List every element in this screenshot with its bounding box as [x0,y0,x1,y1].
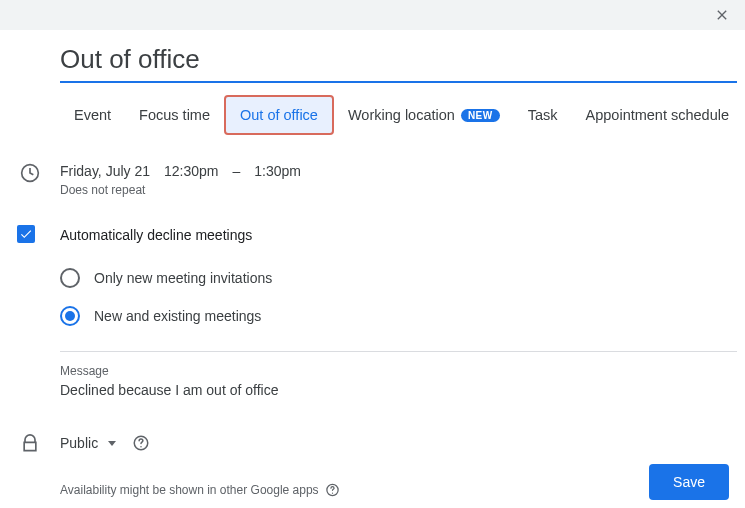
tab-out-of-office[interactable]: Out of office [224,95,334,135]
radio-label: Only new meeting invitations [94,270,272,286]
auto-decline-section: Automatically decline meetings Only new … [60,227,725,398]
new-badge: NEW [461,109,500,122]
visibility-section: Public [60,434,725,452]
time-separator: – [232,163,240,179]
message-text[interactable]: Declined because I am out of office [60,382,725,398]
start-time[interactable]: 12:30pm [164,163,218,179]
auto-decline-checkbox[interactable] [17,225,35,243]
message-label: Message [60,364,725,378]
tab-appointment-schedule[interactable]: Appointment schedule [572,97,744,133]
tab-label: Focus time [139,107,210,123]
tab-label: Event [74,107,111,123]
visibility-value: Public [60,435,98,451]
visibility-select[interactable]: Public [60,435,116,451]
visibility-help-icon[interactable] [132,434,150,452]
save-button[interactable]: Save [649,464,729,500]
check-icon [19,227,33,241]
tab-event[interactable]: Event [60,97,125,133]
lock-icon [20,434,40,454]
tab-label: Out of office [240,107,318,123]
event-title-input[interactable] [60,30,737,83]
availability-hint-row: Availability might be shown in other Goo… [60,482,725,497]
radio-new-and-existing[interactable]: New and existing meetings [60,297,725,335]
radio-label: New and existing meetings [94,308,261,324]
availability-hint-text: Availability might be shown in other Goo… [60,483,319,497]
decline-radio-group: Only new meeting invitations New and exi… [60,259,725,335]
repeat-text[interactable]: Does not repeat [60,183,725,197]
end-time[interactable]: 1:30pm [254,163,301,179]
tab-working-location[interactable]: Working location NEW [334,97,514,133]
close-icon [714,7,730,23]
tab-label: Working location [348,107,455,123]
date-text[interactable]: Friday, July 21 [60,163,150,179]
close-button[interactable] [713,6,731,24]
clock-icon [20,163,40,183]
tab-label: Appointment schedule [586,107,730,123]
divider [60,351,737,352]
radio-icon [60,268,80,288]
datetime-section: Friday, July 21 12:30pm – 1:30pm Does no… [60,163,725,197]
tab-focus-time[interactable]: Focus time [125,97,224,133]
radio-only-new[interactable]: Only new meeting invitations [60,259,725,297]
top-bar [0,0,745,30]
tab-task[interactable]: Task [514,97,572,133]
tab-label: Task [528,107,558,123]
event-type-tabs: Event Focus time Out of office Working l… [60,95,725,135]
radio-icon [60,306,80,326]
auto-decline-label: Automatically decline meetings [60,227,725,243]
chevron-down-icon [108,441,116,446]
availability-help-icon[interactable] [325,482,340,497]
